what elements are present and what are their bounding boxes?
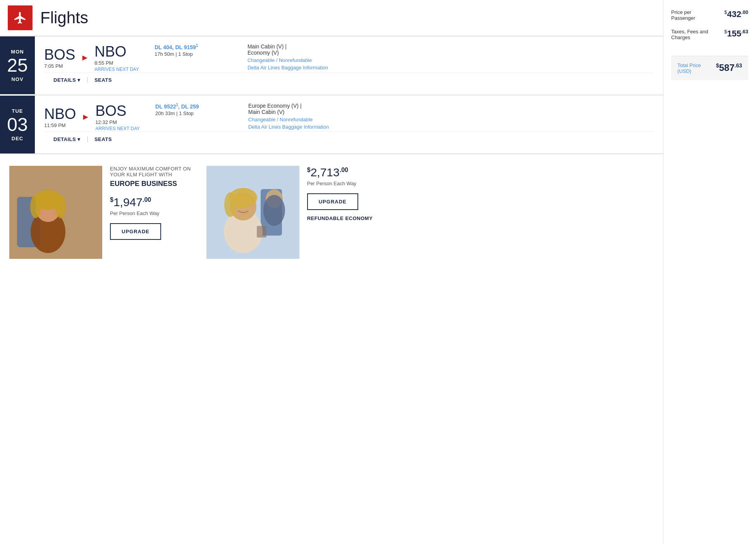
arrives-next-1: ARRIVES NEXT DAY [94,67,139,72]
day-num-1: 25 [7,56,27,75]
total-price-row: Total Price (USD) $587.63 [677,62,742,74]
svg-rect-15 [257,226,266,238]
route-info-1: BOS 7:05 PM ► NBO 8:55 PM ARRIVES NEXT D… [44,43,139,72]
details-bar-1: DETAILS ▾ | SEATS [44,72,654,87]
flight-details-2: NBO 11:59 PM ► BOS 12:32 PM ARRIVES NEXT… [35,96,663,153]
dest-code-1: NBO [94,43,139,60]
flight-section-2: TUE 03 DEC NBO 11:59 PM ► BOS 12 [0,95,663,154]
taxes-row: Taxes, Fees and Charges $155.63 [671,29,748,40]
upgrade-card-1: ENJOY MAXIMUM COMFORT ON YOUR KLM FLIGHT… [9,166,191,259]
page-title: Flights [40,9,88,27]
per-passenger-value: $432.00 [724,9,748,19]
details-divider-1: | [87,76,88,83]
flight-nums-2: DL 95221, DL 259 [155,103,233,110]
depart-time-1: 7:05 PM [44,63,75,69]
upgrade-price-1: $1,947.00 [110,196,191,209]
per-passenger-label: Price per Passenger [671,9,710,21]
details-link-1[interactable]: DETAILS ▾ [53,77,81,83]
upgrade-section: ENJOY MAXIMUM COMFORT ON YOUR KLM FLIGHT… [0,154,663,270]
promo-text-1: ENJOY MAXIMUM COMFORT ON YOUR KLM FLIGHT… [110,166,191,177]
depart-time-2: 11:59 PM [44,122,76,128]
route-info-2: NBO 11:59 PM ► BOS 12:32 PM ARRIVES NEXT… [44,103,140,131]
cabin-class-1: Main Cabin (V) | Economy (V) [247,43,344,56]
baggage-link-2[interactable]: Delta Air Lines Baggage Information [248,124,345,130]
flight-section-1: MON 25 NOV BOS 7:05 PM ► NBO 8:5 [0,36,663,95]
changeable-link-2[interactable]: Changeable / Nonrefundable [248,117,345,122]
dest-col-1: NBO 8:55 PM ARRIVES NEXT DAY [94,43,139,72]
refundable-label: REFUNDABLE ECONOMY [307,215,373,221]
svg-point-14 [224,192,237,217]
taxes-value: $155.63 [724,29,748,39]
details-link-2[interactable]: DETAILS ▾ [53,136,81,142]
page-wrapper: Flights MON 25 NOV BOS 7:05 PM ► [0,0,756,544]
origin-code-1: BOS [44,46,75,63]
changeable-link-1[interactable]: Changeable / Nonrefundable [247,57,344,63]
arrive-time-2: 12:32 PM [95,119,140,125]
cabin-class-2: Europe Economy (V) | Main Cabin (V) [248,103,345,115]
date-panel-2: TUE 03 DEC [0,96,35,153]
route-arrow-1: ► [81,53,89,63]
month-2: DEC [12,136,23,141]
details-bar-2: DETAILS ▾ | SEATS [44,131,654,146]
duration-2: 20h 33m | 1 Stop [155,110,233,116]
day-name-2: TUE [12,108,23,114]
price-sidebar: Price per Passenger $432.00 Taxes, Fees … [663,0,756,544]
dest-code-2: BOS [95,103,140,119]
total-value: $587.63 [716,62,742,73]
total-label: Total Price (USD) [677,62,716,74]
svg-point-10 [263,195,285,226]
taxes-label: Taxes, Fees and Charges [671,29,710,40]
upgrade-button-1[interactable]: UPGRADE [110,223,161,240]
origin-col-1: BOS 7:05 PM [44,46,75,69]
date-panel-1: MON 25 NOV [0,36,35,94]
flight-row-1: BOS 7:05 PM ► NBO 8:55 PM ARRIVES NEXT D… [44,43,654,72]
upgrade-card-2: $2,713.00 Per Person Each Way UPGRADE RE… [206,166,373,259]
upgrade-image-1 [9,166,102,259]
upgrade-image-2 [206,166,299,259]
cabin-info-2: Europe Economy (V) | Main Cabin (V) Chan… [248,103,345,130]
arrives-next-2: ARRIVES NEXT DAY [95,126,140,131]
flight-meta-2: DL 95221, DL 259 20h 33m | 1 Stop [155,103,233,116]
product-name-1: EUROPE BUSINESS [110,180,191,188]
upgrade-price-2: $2,713.00 [307,166,373,179]
upgrade-info-2: $2,713.00 Per Person Each Way UPGRADE RE… [307,166,373,221]
main-content: Flights MON 25 NOV BOS 7:05 PM ► [0,0,663,544]
flight-details-1: BOS 7:05 PM ► NBO 8:55 PM ARRIVES NEXT D… [35,36,663,94]
header-icon-wrap [8,5,33,30]
flight-row-2: NBO 11:59 PM ► BOS 12:32 PM ARRIVES NEXT… [44,103,654,131]
seats-link-1[interactable]: SEATS [94,77,112,83]
per-person-2: Per Person Each Way [307,181,373,186]
upgrade-image-svg-1 [9,166,102,259]
cabin-info-1: Main Cabin (V) | Economy (V) Changeable … [247,43,344,71]
per-passenger-row: Price per Passenger $432.00 [671,9,748,21]
day-name-1: MON [11,49,24,55]
dest-col-2: BOS 12:32 PM ARRIVES NEXT DAY [95,103,140,131]
route-arrow-2: ► [81,112,90,122]
svg-point-5 [30,195,41,218]
day-num-2: 03 [7,115,27,134]
seats-link-2[interactable]: SEATS [94,136,112,142]
month-1: NOV [11,76,23,82]
baggage-link-1[interactable]: Delta Air Lines Baggage Information [247,65,344,71]
origin-col-2: NBO 11:59 PM [44,106,76,128]
details-divider-2: | [87,136,88,143]
per-person-1: Per Person Each Way [110,210,191,216]
total-price-section: Total Price (USD) $587.63 [671,56,748,80]
duration-1: 17h 50m | 1 Stop [155,51,232,57]
upgrade-image-svg-2 [206,166,299,259]
plane-icon [13,11,27,25]
arrive-time-1: 8:55 PM [94,60,139,66]
page-header: Flights [0,0,663,36]
flight-meta-1: DL 404, DL 91591 17h 50m | 1 Stop [155,43,232,57]
origin-code-2: NBO [44,106,76,122]
flight-nums-1: DL 404, DL 91591 [155,43,232,50]
svg-point-6 [55,195,66,218]
upgrade-info-1: ENJOY MAXIMUM COMFORT ON YOUR KLM FLIGHT… [110,166,191,240]
upgrade-button-2[interactable]: UPGRADE [307,193,358,210]
